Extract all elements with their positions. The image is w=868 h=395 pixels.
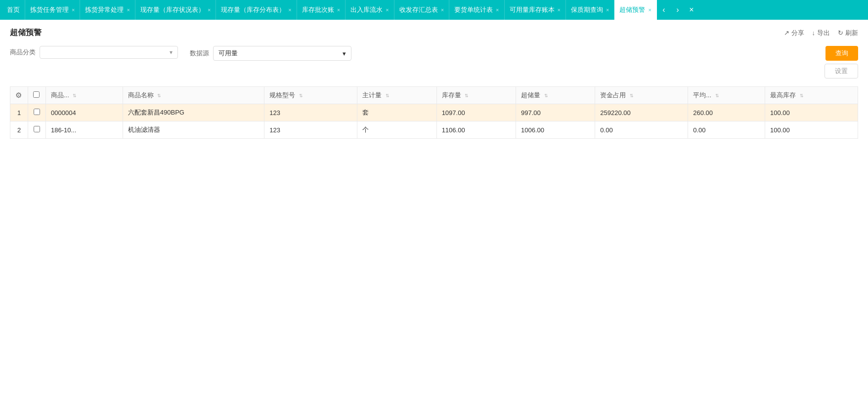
- close-icon[interactable]: ×: [337, 7, 340, 13]
- nav-tab-expiry[interactable]: 保质期查询 ×: [566, 0, 614, 20]
- row-checkbox[interactable]: [34, 126, 40, 132]
- avg-cell: 260.00: [688, 104, 765, 121]
- row-checkbox-cell[interactable]: [28, 104, 46, 121]
- export-icon: ↓: [812, 29, 816, 37]
- close-icon[interactable]: ×: [558, 7, 561, 13]
- nav-tab-home[interactable]: 首页: [2, 0, 25, 20]
- stock-qty-cell: 1106.00: [436, 121, 516, 139]
- datasource-filter: 数据源 可用量 ▾: [190, 46, 351, 61]
- data-table: ⚙ 商品... ⇅ 商品名称 ⇅ 规格型号 ⇅ 主计量: [10, 86, 858, 139]
- sort-icon: ⇅: [800, 93, 804, 98]
- nav-tab-stock-status[interactable]: 现存量（库存状况表） ×: [135, 0, 216, 20]
- top-nav: 首页 拣货任务管理 × 拣货异常处理 × 现存量（库存状况表） × 现存量（库存…: [0, 0, 868, 20]
- category-filter: 商品分类 ▾: [10, 46, 178, 59]
- nav-tab-demand[interactable]: 要货单统计表 ×: [449, 0, 504, 20]
- table-header-over-qty[interactable]: 超储量 ⇅: [516, 87, 595, 104]
- sort-icon: ⇅: [544, 93, 548, 98]
- product-code-cell: 0000004: [46, 104, 123, 121]
- gear-icon: ⚙: [15, 91, 22, 99]
- close-icon[interactable]: ×: [127, 7, 130, 13]
- sort-icon: ⇅: [465, 93, 469, 98]
- spec-cell: 123: [264, 121, 357, 139]
- sort-icon: ⇅: [630, 93, 634, 98]
- table-header-stock-qty[interactable]: 库存量 ⇅: [436, 87, 516, 104]
- table-header-max-stock[interactable]: 最高库存 ⇅: [765, 87, 858, 104]
- datasource-label: 数据源: [190, 49, 209, 58]
- table-header-capital[interactable]: 资金占用 ⇅: [595, 87, 688, 104]
- settings-button[interactable]: 设置: [825, 64, 858, 79]
- share-button[interactable]: ↗ 分享: [784, 29, 804, 38]
- row-checkbox[interactable]: [34, 109, 40, 115]
- row-number: 2: [10, 121, 28, 139]
- row-number: 1: [10, 104, 28, 121]
- table-header-avg[interactable]: 平均... ⇅: [688, 87, 765, 104]
- capital-cell: 259220.00: [595, 104, 688, 121]
- sort-icon: ⇅: [157, 93, 161, 98]
- nav-tab-task[interactable]: 拣货任务管理 ×: [25, 0, 80, 20]
- refresh-button[interactable]: ↻ 刷新: [838, 29, 858, 38]
- close-icon[interactable]: ×: [606, 7, 609, 13]
- nav-tab-stock-dist[interactable]: 现存量（库存分布表） ×: [216, 0, 297, 20]
- close-icon[interactable]: ×: [441, 7, 444, 13]
- header-actions: ↗ 分享 ↓ 导出 ↻ 刷新: [784, 29, 859, 38]
- over-qty-cell: 1006.00: [516, 121, 595, 139]
- stock-qty-cell: 1097.00: [436, 104, 516, 121]
- product-name-cell: 机油滤清器: [123, 121, 264, 139]
- nav-next-button[interactable]: ›: [671, 0, 685, 20]
- capital-cell: 0.00: [595, 121, 688, 139]
- product-name-cell: 六配套新昌490BPG: [123, 104, 264, 121]
- category-select[interactable]: ▾: [40, 46, 178, 59]
- table-header-product-name[interactable]: 商品名称 ⇅: [123, 87, 264, 104]
- category-label: 商品分类: [10, 48, 36, 57]
- export-button[interactable]: ↓ 导出: [812, 29, 830, 38]
- nav-more-button[interactable]: ×: [685, 0, 698, 20]
- close-icon[interactable]: ×: [208, 7, 211, 13]
- nav-tab-overstock[interactable]: 超储预警 ×: [614, 0, 656, 20]
- close-icon[interactable]: ×: [72, 7, 75, 13]
- page-title: 超储预警: [10, 28, 42, 38]
- row-checkbox-cell[interactable]: [28, 121, 46, 139]
- close-icon[interactable]: ×: [288, 7, 291, 13]
- max-stock-cell: 100.00: [765, 104, 858, 121]
- avg-cell: 0.00: [688, 121, 765, 139]
- table-header-checkbox[interactable]: [28, 87, 46, 104]
- sort-icon: ⇅: [299, 93, 303, 98]
- nav-prev-button[interactable]: ‹: [657, 0, 671, 20]
- table-row: 2186-10...机油滤清器123个1106.001006.000.000.0…: [10, 121, 858, 139]
- sort-icon: ⇅: [386, 93, 390, 98]
- sort-icon: ⇅: [73, 93, 77, 98]
- table-row: 10000004六配套新昌490BPG123套1097.00997.002592…: [10, 104, 858, 121]
- close-icon[interactable]: ×: [496, 7, 499, 13]
- table-header-row: ⚙ 商品... ⇅ 商品名称 ⇅ 规格型号 ⇅ 主计量: [10, 87, 858, 104]
- unit-cell: 套: [357, 104, 436, 121]
- nav-tab-flow[interactable]: 出入库流水 ×: [346, 0, 394, 20]
- over-qty-cell: 997.00: [516, 104, 595, 121]
- datasource-select[interactable]: 可用量 ▾: [213, 46, 351, 61]
- table-header-gear[interactable]: ⚙: [10, 87, 28, 104]
- product-code-cell: 186-10...: [46, 121, 123, 139]
- nav-tab-usable[interactable]: 可用量库存账本 ×: [505, 0, 566, 20]
- main-content: 超储预警 ↗ 分享 ↓ 导出 ↻ 刷新 商品分类 ▾ 数据源: [0, 20, 868, 395]
- nav-tab-exception[interactable]: 拣货异常处理 ×: [80, 0, 135, 20]
- spec-cell: 123: [264, 104, 357, 121]
- chevron-down-icon: ▾: [170, 49, 173, 56]
- nav-tab-batch[interactable]: 库存批次账 ×: [297, 0, 346, 20]
- table-header-unit[interactable]: 主计量 ⇅: [357, 87, 436, 104]
- page-header: 超储预警 ↗ 分享 ↓ 导出 ↻ 刷新: [10, 28, 858, 38]
- sort-icon: ⇅: [715, 93, 719, 98]
- close-icon[interactable]: ×: [648, 7, 651, 13]
- close-icon[interactable]: ×: [386, 7, 389, 13]
- query-button[interactable]: 查询: [825, 46, 858, 61]
- share-icon: ↗: [784, 29, 789, 37]
- select-all-checkbox[interactable]: [33, 91, 40, 98]
- table-header-product-code[interactable]: 商品... ⇅: [46, 87, 123, 104]
- table-header-spec[interactable]: 规格型号 ⇅: [264, 87, 357, 104]
- nav-tab-summary[interactable]: 收发存汇总表 ×: [394, 0, 449, 20]
- unit-cell: 个: [357, 121, 436, 139]
- chevron-down-icon: ▾: [343, 50, 346, 57]
- max-stock-cell: 100.00: [765, 121, 858, 139]
- refresh-icon: ↻: [838, 29, 843, 37]
